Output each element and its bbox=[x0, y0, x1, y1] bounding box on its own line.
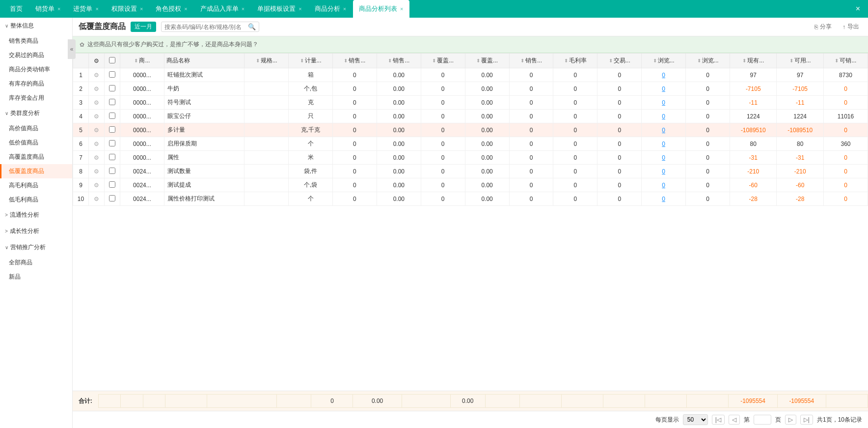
cell-code: 0000... bbox=[120, 96, 164, 110]
row-settings-icon[interactable]: ⚙ bbox=[89, 68, 105, 82]
footer-cell-12 bbox=[562, 395, 603, 408]
first-page-button[interactable]: |◁ bbox=[712, 415, 725, 425]
sidebar-item-低覆盖度商品[interactable]: 低覆盖度商品 bbox=[0, 164, 72, 178]
row-checkbox[interactable] bbox=[109, 154, 115, 160]
nav-item-权限设置[interactable]: 权限设置× bbox=[106, 0, 149, 18]
nav-close-icon[interactable]: × bbox=[184, 0, 187, 18]
sort-icon-sales_qty: ⬍ bbox=[344, 58, 348, 63]
sidebar-item-库存资金占用[interactable]: 库存资金占用 bbox=[0, 91, 72, 105]
row-settings-icon[interactable]: ⚙ bbox=[89, 165, 105, 178]
nav-close-icon[interactable]: × bbox=[242, 0, 244, 18]
col-header-settings[interactable]: ⚙ bbox=[89, 54, 105, 68]
cell-browse1[interactable]: 0 bbox=[642, 165, 686, 178]
cell-browse1[interactable]: 0 bbox=[642, 123, 686, 137]
page-number-input[interactable]: 1 bbox=[754, 415, 771, 425]
sidebar-item-商品分类动销率[interactable]: 商品分类动销率 bbox=[0, 62, 72, 77]
nav-item-首页[interactable]: 首页 bbox=[4, 0, 28, 18]
cell-sales_amt: 0.00 bbox=[377, 165, 421, 178]
row-settings-icon[interactable]: ⚙ bbox=[89, 178, 105, 192]
row-settings-icon[interactable]: ⚙ bbox=[89, 110, 105, 123]
next-page-button[interactable]: ▷ bbox=[785, 415, 796, 425]
cell-sales_qty: 0 bbox=[332, 165, 377, 178]
nav-item-产成品入库单[interactable]: 产成品入库单× bbox=[194, 0, 250, 18]
row-checkbox[interactable] bbox=[109, 71, 115, 78]
sidebar-item-高毛利商品[interactable]: 高毛利商品 bbox=[0, 178, 72, 193]
sidebar-item-交易过的商品[interactable]: 交易过的商品 bbox=[0, 48, 72, 62]
row-checkbox[interactable] bbox=[109, 126, 115, 133]
sidebar-item-销售类商品[interactable]: 销售类商品 bbox=[0, 34, 72, 48]
cell-browse2: 0 bbox=[686, 82, 730, 96]
nav-item-进货单[interactable]: 进货单× bbox=[67, 0, 104, 18]
prev-page-button[interactable]: ◁ bbox=[729, 415, 740, 425]
chevron-icon: > bbox=[5, 212, 8, 218]
export-button[interactable]: ↑ 导出 bbox=[840, 22, 862, 32]
row-settings-icon[interactable]: ⚙ bbox=[89, 123, 105, 137]
select-all-checkbox[interactable] bbox=[109, 57, 115, 63]
cell-name: 启用保质期 bbox=[164, 137, 244, 151]
sidebar-item-新品[interactable]: 新品 bbox=[0, 270, 72, 284]
row-settings-icon[interactable]: ⚙ bbox=[89, 192, 105, 206]
sidebar-item-高价值商品[interactable]: 高价值商品 bbox=[0, 121, 72, 136]
row-checkbox[interactable] bbox=[109, 181, 115, 188]
row-checkbox[interactable] bbox=[109, 195, 115, 201]
nav-close-icon[interactable]: × bbox=[298, 0, 301, 18]
chevron-icon: ∨ bbox=[5, 23, 8, 29]
row-settings-icon[interactable]: ⚙ bbox=[89, 137, 105, 151]
row-checkbox[interactable] bbox=[109, 99, 115, 105]
time-filter-button[interactable]: 近一月 bbox=[131, 22, 156, 32]
sidebar-collapse-button[interactable]: « bbox=[68, 39, 76, 59]
sidebar-item-低价值商品[interactable]: 低价值商品 bbox=[0, 136, 72, 150]
cell-sales_amt: 0.00 bbox=[377, 123, 421, 137]
data-table-container: ⚙⬍商...商品名称⬍规格...⬍计量...⬍销售...⬍销售...⬍覆盖...… bbox=[73, 53, 868, 391]
sidebar-item-全部商品[interactable]: 全部商品 bbox=[0, 256, 72, 270]
cell-spec bbox=[244, 151, 289, 165]
row-settings-icon[interactable]: ⚙ bbox=[89, 82, 105, 96]
nav-item-商品分析[interactable]: 商品分析× bbox=[309, 0, 352, 18]
nav-close-icon[interactable]: × bbox=[400, 0, 403, 18]
close-all-button[interactable]: × bbox=[852, 4, 864, 13]
cell-browse1[interactable]: 0 bbox=[642, 178, 686, 192]
col-header-saleable: ⬍可销... bbox=[823, 54, 868, 68]
cell-browse1[interactable]: 0 bbox=[642, 151, 686, 165]
sidebar-section-3[interactable]: >成长性分析 bbox=[0, 223, 72, 239]
col-header-current_stock: ⬍现有... bbox=[730, 54, 777, 68]
cell-browse1[interactable]: 0 bbox=[642, 68, 686, 82]
sidebar-section-0[interactable]: ∨整体信息 bbox=[0, 18, 72, 34]
cell-browse1[interactable]: 0 bbox=[642, 192, 686, 206]
nav-close-icon[interactable]: × bbox=[57, 0, 60, 18]
col-header-checkbox[interactable] bbox=[105, 54, 120, 68]
sidebar-section-2[interactable]: >流通性分析 bbox=[0, 207, 72, 223]
row-checkbox[interactable] bbox=[109, 140, 115, 146]
sidebar-item-高覆盖度商品[interactable]: 高覆盖度商品 bbox=[0, 150, 72, 164]
nav-close-icon[interactable]: × bbox=[343, 0, 346, 18]
cell-spec bbox=[244, 192, 289, 206]
sidebar-section-4[interactable]: ∨营销推广分析 bbox=[0, 239, 72, 256]
nav-close-icon[interactable]: × bbox=[95, 0, 98, 18]
cell-spec bbox=[244, 137, 289, 151]
nav-item-角色授权[interactable]: 角色授权× bbox=[150, 0, 193, 18]
last-page-button[interactable]: ▷| bbox=[800, 415, 813, 425]
nav-item-单据模板设置[interactable]: 单据模板设置× bbox=[251, 0, 307, 18]
cell-saleable: 360 bbox=[823, 137, 868, 151]
row-settings-icon[interactable]: ⚙ bbox=[89, 96, 105, 110]
nav-close-icon[interactable]: × bbox=[140, 0, 143, 18]
footer-cell-16: -1095554 bbox=[729, 395, 777, 408]
cell-sales_detail: 0 bbox=[509, 165, 553, 178]
cell-browse1[interactable]: 0 bbox=[642, 96, 686, 110]
share-button[interactable]: ⎘ 分享 bbox=[812, 22, 835, 32]
row-settings-icon[interactable]: ⚙ bbox=[89, 151, 105, 165]
cell-coverage1: 0 bbox=[421, 151, 465, 165]
cell-browse1[interactable]: 0 bbox=[642, 82, 686, 96]
sidebar-item-低毛利商品[interactable]: 低毛利商品 bbox=[0, 193, 72, 207]
per-page-select[interactable]: 102050100 bbox=[683, 414, 708, 425]
row-checkbox[interactable] bbox=[109, 85, 115, 91]
row-checkbox[interactable] bbox=[109, 113, 115, 119]
nav-item-销货单[interactable]: 销货单× bbox=[29, 0, 66, 18]
cell-browse1[interactable]: 0 bbox=[642, 137, 686, 151]
nav-item-商品分析列表[interactable]: 商品分析列表× bbox=[353, 0, 409, 18]
search-input[interactable] bbox=[164, 24, 246, 30]
row-checkbox[interactable] bbox=[109, 168, 115, 174]
sidebar-section-1[interactable]: ∨类群度分析 bbox=[0, 105, 72, 121]
cell-browse1[interactable]: 0 bbox=[642, 110, 686, 123]
sidebar-item-有库存的商品[interactable]: 有库存的商品 bbox=[0, 77, 72, 91]
